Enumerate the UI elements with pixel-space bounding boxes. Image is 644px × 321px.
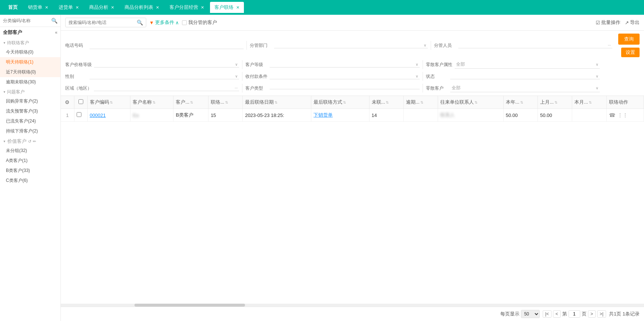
th-overdue-sort[interactable]: 逾期... ⇅ (406, 99, 435, 106)
th-contact-count-sort[interactable]: 联络... ⇅ (211, 99, 240, 106)
td-checkbox[interactable] (74, 109, 87, 122)
nav-purchase-order[interactable]: 进货单 ✕ (54, 2, 83, 13)
td-overdue (403, 109, 438, 122)
sidebar-item-7days[interactable]: 近7天待联络(0) (0, 67, 60, 77)
sidebar-group-problem[interactable]: 问题客户 (0, 87, 60, 96)
sidebar-value-edit[interactable]: ✏ (33, 139, 36, 144)
last-method-link[interactable]: 下销货单 (314, 112, 333, 118)
sidebar-group-pending[interactable]: 待联络客户 (0, 38, 60, 47)
sidebar-item-churn-warning[interactable]: 流失预警客户(3) (0, 106, 60, 116)
prev-page-btn[interactable]: < (553, 310, 561, 318)
td-code[interactable]: 000021 (87, 109, 130, 122)
th-this-month-sort[interactable]: 本月... ⇅ (574, 99, 604, 106)
filter-payment-select[interactable]: ∨ (270, 73, 419, 79)
filter-icon: ▼ (149, 20, 154, 25)
per-page-select[interactable]: 50 100 200 (521, 310, 540, 318)
search-input[interactable] (69, 20, 135, 25)
chevron-down-icon-payment: ∨ (416, 74, 418, 78)
chevron-down-icon-person: ··· (608, 43, 611, 47)
th-type-sort[interactable]: 客户... ⇅ (176, 99, 206, 106)
sidebar-item-class-a[interactable]: A类客户(1) (0, 156, 60, 166)
th-settings[interactable]: ⚙ (61, 96, 74, 109)
sidebar-item-tomorrow[interactable]: 明天待联络(1) (0, 57, 60, 67)
th-last-method-sort[interactable]: 最后联络方式 ⇅ (314, 99, 367, 106)
settings-btn[interactable]: 设置 (621, 48, 640, 57)
nav-sales-order[interactable]: 销货单 ✕ (24, 2, 53, 13)
filter-price-level: 客户价格等级 ∨ (65, 62, 239, 68)
first-page-btn[interactable]: |< (543, 310, 552, 318)
more-conditions-btn[interactable]: ▼ 更多条件 ∧ (149, 19, 179, 26)
filter-region-select[interactable]: ··· (94, 85, 239, 91)
filter-gender: 性别 ∨ (65, 73, 239, 80)
query-btn[interactable]: 查询 (618, 34, 640, 45)
sidebar-all-customers[interactable]: 全部客户 « (0, 27, 60, 38)
filter-status-select[interactable]: ∨ (450, 73, 600, 79)
action-icons: ☎ ⋮⋮ (609, 112, 641, 118)
th-last-date-sort[interactable]: 最后联络日期 ⇅ (245, 99, 309, 106)
export-btn[interactable]: ↗ 导出 (625, 19, 640, 26)
sidebar-item-churned[interactable]: 已流失客户(24) (0, 116, 60, 126)
nav-purchase-order-close[interactable]: ✕ (76, 5, 79, 10)
filter-person-select[interactable]: ··· (458, 42, 612, 48)
sidebar-item-overdue[interactable]: 逾期未联络(30) (0, 77, 60, 87)
nav-customer-contact[interactable]: 客户联络 ✕ (210, 2, 244, 13)
last-page-btn[interactable]: >| (597, 310, 606, 318)
nav-home[interactable]: 首页 (4, 2, 22, 13)
sidebar-item-class-c[interactable]: C类客户(6) (0, 176, 60, 186)
sidebar-item-class-b[interactable]: B类客户(33) (0, 166, 60, 176)
filter-gender-select[interactable]: ∨ (90, 73, 239, 79)
nav-product-analysis-close[interactable]: ✕ (111, 5, 114, 10)
filter-phone-input[interactable] (90, 42, 244, 49)
filter-customer-level-select[interactable]: ∨ (270, 62, 419, 68)
sidebar-search-icon[interactable]: 🔍 (51, 18, 57, 24)
filter-customer-type: 客户类型 (245, 85, 419, 92)
row-checkbox[interactable] (77, 112, 81, 117)
bulk-action-btn[interactable]: ☑ 批量操作 (596, 19, 620, 26)
nav-product-analysis[interactable]: 商品分析 ✕ (85, 2, 119, 13)
my-customers-checkbox[interactable] (182, 20, 187, 25)
search-icon-btn[interactable]: 🔍 (137, 20, 143, 25)
sidebar-collapse-btn[interactable]: « (55, 30, 57, 35)
scrollbar-thumb[interactable] (134, 304, 245, 307)
divider-3 (242, 60, 242, 69)
nav-customer-tier[interactable]: 客户分层经营 ✕ (165, 2, 209, 13)
nav-customer-tier-close[interactable]: ✕ (201, 5, 204, 10)
th-unit-contact-sort[interactable]: 往来单位联系人 ⇅ (440, 99, 501, 106)
filter-price-level-select[interactable]: ∨ (94, 62, 239, 68)
sidebar-item-ungrouped[interactable]: 未分组(32) (0, 146, 60, 156)
th-checkbox[interactable] (74, 96, 87, 109)
sidebar-search-input[interactable] (3, 18, 50, 23)
more-action-icon[interactable]: ⋮⋮ (617, 112, 628, 118)
sidebar-value-refresh[interactable]: ↺ (28, 139, 31, 144)
sidebar-group-value[interactable]: 价值客户 ↺ ✏ (0, 136, 60, 146)
nav-customer-contact-close[interactable]: ✕ (236, 5, 239, 10)
td-this-month (572, 109, 606, 122)
filter-customer-type-select[interactable] (270, 87, 419, 89)
filter-dept-select[interactable]: ∨ (274, 42, 428, 48)
th-name-sort[interactable]: 客户名称 ⇅ (133, 99, 171, 106)
nav-product-analysis-list-close[interactable]: ✕ (156, 5, 159, 10)
more-conditions-label: 更多条件 (155, 19, 174, 26)
page-input[interactable] (568, 310, 580, 318)
th-uncontacted-sort[interactable]: 未联... ⇅ (372, 99, 401, 106)
select-all-checkbox[interactable] (78, 99, 83, 104)
th-this-year-sort[interactable]: 本年... ⇅ (506, 99, 535, 106)
nav-sales-order-close[interactable]: ✕ (45, 5, 48, 10)
page-suffix: 页 (582, 311, 587, 317)
filter-retail-customer-select[interactable]: 全部 ∨ (450, 84, 600, 92)
th-code-sort[interactable]: 客户编码 ⇅ (90, 99, 128, 106)
settings-gear-icon[interactable]: ⚙ (65, 99, 70, 105)
sidebar-item-today[interactable]: 今天待联络(0) (0, 47, 60, 57)
horizontal-scrollbar[interactable] (61, 304, 644, 307)
td-last-method[interactable]: 下销货单 (311, 109, 369, 122)
sidebar-item-repurchase-anomaly[interactable]: 回购异常客户(2) (0, 96, 60, 106)
th-last-month-sort[interactable]: 上月... ⇅ (540, 99, 570, 106)
my-customers-wrap[interactable]: 我分管的客户 (182, 19, 217, 26)
filter-retail-attr-select[interactable]: 全部 ∨ (455, 61, 600, 69)
th-last-month: 上月... ⇅ (538, 96, 572, 109)
sidebar-item-declining[interactable]: 持续下滑客户(2) (0, 126, 60, 136)
next-page-btn[interactable]: > (588, 310, 596, 318)
customer-code-link[interactable]: 000021 (90, 113, 106, 118)
nav-product-analysis-list[interactable]: 商品分析列表 ✕ (120, 2, 164, 13)
phone-action-icon[interactable]: ☎ (609, 112, 615, 118)
